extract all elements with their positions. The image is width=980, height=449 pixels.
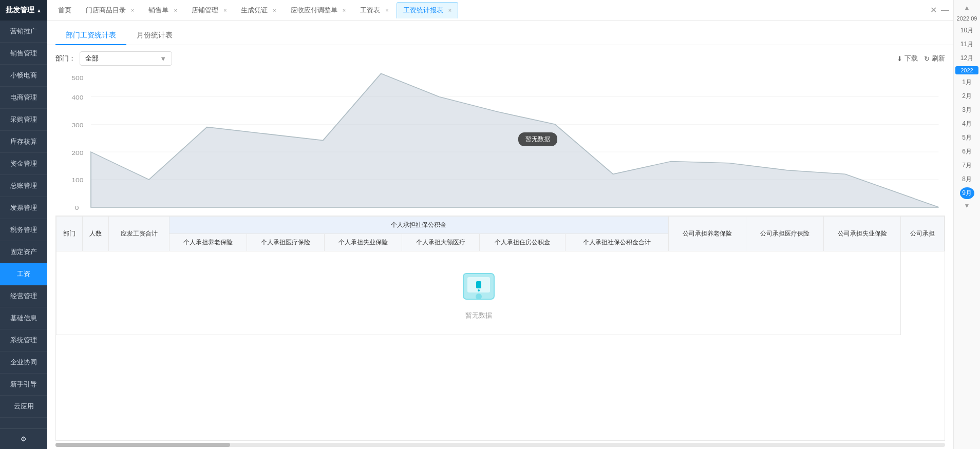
chart-svg: 0 100 200 300 400 500 [55,72,945,216]
tab-close-icon[interactable]: × [223,7,227,13]
tab-close-icon[interactable]: × [385,7,388,13]
month-item-7月[interactable]: 7月 [954,159,980,172]
sidebar-header[interactable]: 批发管理 ▲ [0,0,47,21]
sidebar-title: 批发管理 [6,6,34,15]
sidebar-item-经营管理[interactable]: 经营管理 [0,285,47,307]
sidebar-item-营销推广[interactable]: 营销推广 [0,21,47,43]
tab-生成凭证[interactable]: 生成凭证× [234,2,282,18]
month-item-12月[interactable]: 12月 [954,51,980,65]
table-group-header-row: 部门 人数 应发工资合计 个人承担社保公积金 公司承担养老保险 公司承担医疗保险… [56,217,945,234]
chart-container: 0 100 200 300 400 500 暂无数据 [47,72,953,216]
download-button[interactable]: ⬇ 下载 [897,54,918,63]
month-item-11月[interactable]: 11月 [954,37,980,51]
tab-首页[interactable]: 首页 [51,2,78,18]
sidebar-footer[interactable]: ⚙ [0,428,47,449]
sidebar-item-固定资产[interactable]: 固定资产 [0,241,47,263]
sidebar-item-采购管理[interactable]: 采购管理 [0,109,47,131]
svg-text:500: 500 [71,74,83,82]
tab-应收应付调整单[interactable]: 应收应付调整单× [284,2,352,18]
tab-label: 应收应付调整单 [291,6,337,15]
col-company-pension: 公司承担养老保险 [668,217,746,251]
svg-text:100: 100 [71,177,83,184]
toolbar: 部门： 全部 ▼ ⬇ 下载 ↻ 刷新 [47,45,953,72]
close-all-icon[interactable]: ✕ [930,5,937,15]
nav-up-icon[interactable]: ▲ [962,2,972,13]
sidebar-item-销售管理[interactable]: 销售管理 [0,43,47,65]
tab-close-icon[interactable]: × [131,7,134,13]
dept-select[interactable]: 全部 ▼ [80,51,172,66]
col-salary-total: 应发工资合计 [109,217,169,251]
sub-tab-月份统计表[interactable]: 月份统计表 [126,27,183,45]
tab-close-icon[interactable]: × [448,7,451,13]
tab-label: 首页 [58,6,71,15]
table-row: 暂无数据 [56,251,945,335]
month-item-10月[interactable]: 10月 [954,24,980,37]
col-company-medical: 公司承担医疗保险 [746,217,823,251]
stats-table: 部门 人数 应发工资合计 个人承担社保公积金 公司承担养老保险 公司承担医疗保险… [56,216,945,335]
chevron-down-icon: ▼ [160,55,166,63]
svg-text:400: 400 [71,94,83,101]
empty-state: 暂无数据 [56,251,901,335]
sidebar-item-发票管理[interactable]: 发票管理 [0,197,47,219]
tab-工资统计报表[interactable]: 工资统计报表× [397,2,458,18]
col-group-social: 个人承担社保公积金 [169,217,669,234]
tab-bar: 首页门店商品目录×销售单×店铺管理×生成凭证×应收应付调整单×工资表×工资统计报… [47,0,953,21]
download-label: 下载 [904,54,918,63]
dept-label: 部门： [55,54,76,63]
empty-text: 暂无数据 [465,311,492,320]
tab-门店商品目录[interactable]: 门店商品目录× [79,2,141,18]
month-item-8月[interactable]: 8月 [954,172,980,186]
month-item-1月[interactable]: 1月 [954,75,980,89]
tab-close-icon[interactable]: × [343,7,346,13]
month-item-6月[interactable]: 6月 [954,145,980,159]
tab-销售单[interactable]: 销售单× [142,2,183,18]
sidebar-item-工资[interactable]: 工资 [0,263,47,285]
sidebar-item-系统管理[interactable]: 系统管理 [0,329,47,352]
table-scrollbar[interactable] [55,443,945,447]
right-panel: ▲2022.09 10月11月12月20221月2月3月4月5月6月7月8月9月… [953,0,980,449]
tab-工资表[interactable]: 工资表× [353,2,395,18]
tab-店铺管理[interactable]: 店铺管理× [185,2,233,18]
sidebar-item-新手引导[interactable]: 新手引导 [0,374,47,396]
svg-text:0: 0 [75,204,79,211]
month-item-3月[interactable]: 3月 [954,103,980,117]
month-item-4月[interactable]: 4月 [954,117,980,131]
tab-close-icon[interactable]: × [174,7,177,13]
refresh-button[interactable]: ↻ 刷新 [924,54,945,63]
tab-label: 门店商品目录 [86,6,126,15]
sidebar-item-资金管理[interactable]: 资金管理 [0,153,47,175]
month-item-2月[interactable]: 2月 [954,89,980,103]
col-personal-pension: 个人承担养老保险 [169,234,247,251]
tab-label: 生成凭证 [241,6,268,15]
chart-area [91,73,938,207]
sidebar-item-库存核算[interactable]: 库存核算 [0,131,47,153]
nav-down-icon[interactable]: ▼ [962,200,972,211]
month-item-5月[interactable]: 5月 [954,131,980,145]
sidebar-item-总账管理[interactable]: 总账管理 [0,175,47,197]
tab-close-icon[interactable]: × [273,7,276,13]
sidebar-item-税务管理[interactable]: 税务管理 [0,219,47,241]
content-area: 部门工资统计表月份统计表 部门： 全部 ▼ ⬇ 下载 ↻ 刷新 [47,21,953,449]
sub-tab-部门工资统计表[interactable]: 部门工资统计表 [55,27,126,45]
table-container[interactable]: 部门 人数 应发工资合计 个人承担社保公积金 公司承担养老保险 公司承担医疗保险… [55,216,945,441]
toolbar-right: ⬇ 下载 ↻ 刷新 [897,54,945,63]
month-item-9月[interactable]: 9月 [960,187,974,199]
tab-label: 工资统计报表 [403,6,443,15]
col-personal-total: 个人承担社保公积金合计 [566,234,669,251]
col-personal-unemployment: 个人承担失业保险 [324,234,402,251]
sub-tabs: 部门工资统计表月份统计表 [47,21,953,45]
col-personal-housing: 个人承担住房公积金 [479,234,566,251]
refresh-icon: ↻ [924,55,930,63]
sidebar-item-基础信息[interactable]: 基础信息 [0,307,47,329]
year-marker[interactable]: 2022 [955,66,979,74]
sidebar-item-企业协同[interactable]: 企业协同 [0,352,47,374]
refresh-label: 刷新 [932,54,945,63]
col-personal-bigmed: 个人承担大额医疗 [402,234,479,251]
minimize-icon[interactable]: — [941,6,949,15]
sidebar-item-电商管理[interactable]: 电商管理 [0,87,47,109]
gear-icon: ⚙ [21,435,27,443]
year-label[interactable]: 2022.09 [956,13,978,24]
sidebar-item-云应用[interactable]: 云应用 [0,396,47,418]
toolbar-left: 部门： 全部 ▼ [55,51,172,66]
sidebar-item-小畅电商[interactable]: 小畅电商 [0,65,47,87]
